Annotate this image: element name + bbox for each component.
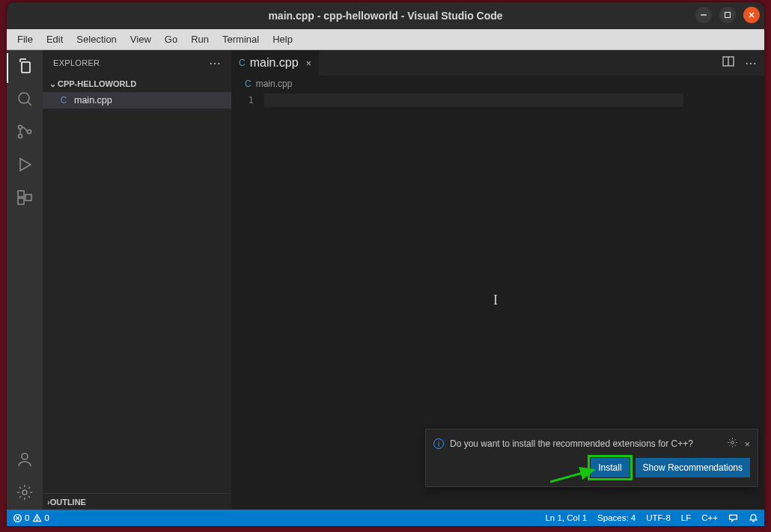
- status-notifications-icon[interactable]: [749, 513, 758, 523]
- line-number-1: 1: [231, 94, 254, 107]
- editor-actions: ⋯: [722, 50, 764, 76]
- menu-run[interactable]: Run: [185, 31, 215, 47]
- tab-close-icon[interactable]: ×: [306, 58, 312, 69]
- menubar: File Edit Selection View Go Run Terminal…: [7, 29, 764, 50]
- maximize-button[interactable]: [719, 7, 736, 23]
- extension-recommend-toast: i Do you want to install the recommended…: [425, 429, 758, 487]
- svg-line-18: [550, 470, 594, 482]
- menu-file[interactable]: File: [11, 31, 39, 47]
- status-errors[interactable]: 0: [13, 513, 29, 523]
- svg-line-5: [28, 103, 32, 106]
- editor-area: C main.cpp × ⋯ C main.cpp 1: [231, 50, 764, 510]
- status-encoding[interactable]: UTF-8: [646, 513, 671, 522]
- status-eol[interactable]: LF: [681, 513, 691, 522]
- status-cursor-position[interactable]: Ln 1, Col 1: [545, 513, 587, 522]
- explorer-icon[interactable]: [15, 56, 34, 76]
- cpp-file-icon: C: [239, 58, 246, 68]
- menu-help[interactable]: Help: [266, 31, 299, 47]
- editor-tabs: C main.cpp × ⋯: [231, 50, 764, 76]
- project-name: CPP-HELLOWORLD: [58, 79, 136, 88]
- activity-active-indicator: [7, 53, 8, 83]
- status-bar: 0 0 Ln 1, Col 1 Spaces: 4 UTF-8 LF C++: [7, 510, 764, 526]
- svg-point-8: [28, 130, 31, 134]
- chevron-down-icon: ⌄: [47, 79, 58, 89]
- sidebar-more-icon[interactable]: ⋯: [209, 56, 221, 70]
- install-button[interactable]: Install: [591, 458, 629, 477]
- vscode-window: main.cpp - cpp-helloworld - Visual Studi…: [7, 2, 764, 526]
- svg-point-14: [22, 490, 27, 495]
- run-debug-icon[interactable]: [15, 155, 34, 174]
- svg-point-6: [19, 126, 22, 129]
- breadcrumb[interactable]: C main.cpp: [231, 76, 764, 92]
- line-gutter: 1: [231, 92, 264, 510]
- extensions-icon[interactable]: [15, 188, 34, 207]
- svg-rect-12: [25, 195, 31, 201]
- menu-terminal[interactable]: Terminal: [216, 31, 265, 47]
- status-warnings[interactable]: 0: [32, 513, 49, 523]
- outline-label: OUTLINE: [50, 498, 86, 507]
- breadcrumb-file: main.cpp: [256, 79, 293, 89]
- source-control-icon[interactable]: [15, 122, 34, 141]
- project-root[interactable]: ⌄ CPP-HELLOWORLD: [43, 76, 231, 92]
- svg-rect-10: [18, 191, 24, 197]
- cpp-file-icon: C: [245, 79, 252, 89]
- file-name: main.cpp: [74, 95, 112, 106]
- explorer-sidebar: EXPLORER ⋯ ⌄ CPP-HELLOWORLD C main.cpp ›…: [43, 50, 231, 510]
- svg-point-17: [731, 441, 734, 444]
- window-title: main.cpp - cpp-helloworld - Visual Studi…: [268, 10, 502, 22]
- svg-point-7: [19, 135, 22, 138]
- search-icon[interactable]: [15, 89, 34, 108]
- status-language[interactable]: C++: [701, 513, 718, 522]
- svg-point-23: [37, 519, 37, 520]
- svg-rect-11: [18, 198, 24, 204]
- notification-message: Do you want to install the recommended e…: [450, 438, 721, 449]
- outline-section[interactable]: › OUTLINE: [43, 493, 231, 510]
- activity-bar: [7, 50, 43, 510]
- file-main-cpp[interactable]: C main.cpp: [43, 92, 231, 108]
- editor-more-icon[interactable]: ⋯: [745, 56, 757, 70]
- menu-go[interactable]: Go: [159, 31, 183, 47]
- notification-gear-icon[interactable]: [727, 437, 738, 450]
- status-feedback-icon[interactable]: [728, 513, 738, 523]
- status-indentation[interactable]: Spaces: 4: [597, 513, 636, 522]
- close-button[interactable]: [743, 7, 760, 23]
- notification-close-icon[interactable]: ×: [744, 438, 750, 450]
- titlebar: main.cpp - cpp-helloworld - Visual Studi…: [7, 2, 764, 29]
- file-tree: ⌄ CPP-HELLOWORLD C main.cpp: [43, 76, 231, 108]
- svg-rect-1: [725, 13, 731, 18]
- app-body: EXPLORER ⋯ ⌄ CPP-HELLOWORLD C main.cpp ›…: [7, 50, 764, 510]
- svg-point-13: [22, 453, 28, 459]
- split-editor-icon[interactable]: [722, 55, 734, 70]
- accounts-icon[interactable]: [15, 450, 34, 469]
- active-line[interactable]: [264, 94, 683, 107]
- sidebar-header: EXPLORER ⋯: [43, 50, 231, 76]
- menu-edit[interactable]: Edit: [40, 31, 69, 47]
- sidebar-title: EXPLORER: [53, 58, 100, 67]
- svg-marker-9: [20, 159, 31, 171]
- show-recommendations-button[interactable]: Show Recommendations: [636, 458, 750, 477]
- svg-point-4: [19, 93, 29, 103]
- window-controls: [695, 7, 760, 23]
- menu-selection[interactable]: Selection: [70, 31, 122, 47]
- settings-gear-icon[interactable]: [15, 483, 34, 502]
- menu-view[interactable]: View: [124, 31, 157, 47]
- minimize-button[interactable]: [695, 7, 712, 23]
- cpp-file-icon: C: [58, 95, 70, 106]
- info-icon: i: [433, 438, 444, 449]
- tab-filename: main.cpp: [250, 56, 299, 70]
- tab-main-cpp[interactable]: C main.cpp ×: [231, 50, 320, 76]
